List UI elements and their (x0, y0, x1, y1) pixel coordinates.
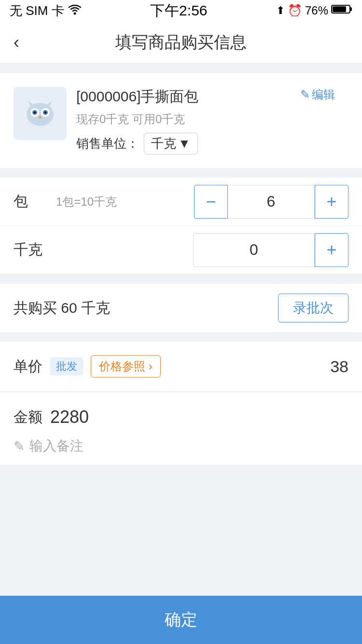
battery-icon (331, 4, 352, 17)
svg-point-0 (73, 12, 76, 14)
price-ref-button[interactable]: 价格参照 › (91, 355, 161, 378)
page-title: 填写商品购买信息 (115, 31, 247, 54)
unit-select[interactable]: 千克 ▼ (144, 133, 198, 154)
nav-bar: ‹ 填写商品购买信息 (0, 21, 362, 64)
svg-rect-2 (350, 7, 352, 11)
svg-point-9 (34, 112, 36, 113)
confirm-button-label: 确定 (165, 609, 197, 631)
product-unit-row: 销售单位： 千克 ▼ (76, 133, 348, 154)
status-bar-left: 无 SIM 卡 (10, 2, 82, 19)
kg-label: 千克 (14, 240, 52, 260)
amount-label: 金额 (14, 407, 42, 427)
price-value: 38 (330, 357, 348, 376)
bao-sublabel: 1包=10千克 (56, 194, 194, 210)
amount-row: 金额 2280 (14, 407, 348, 427)
back-button[interactable]: ‹ (14, 32, 19, 53)
alarm-icon: ⏰ (288, 4, 302, 17)
edit-icon: ✎ (300, 88, 310, 101)
price-label: 单价 (14, 357, 42, 377)
remark-placeholder: 输入备注 (29, 437, 84, 455)
product-card: ✎ 编辑 [0000006]手撕面包 现存0千克 可用0千克 销售单位： 千克 … (0, 73, 362, 168)
carrier-text: 无 SIM 卡 (10, 2, 64, 19)
unit-label: 销售单位： (76, 135, 139, 152)
remark-icon: ✎ (14, 438, 25, 454)
kg-quantity-input[interactable] (193, 233, 315, 267)
total-row: 共购买 60 千克 录批次 (0, 284, 362, 332)
bao-label: 包 (14, 192, 52, 211)
bao-minus-button[interactable]: − (194, 185, 228, 219)
svg-point-10 (44, 112, 46, 113)
dropdown-icon: ▼ (178, 136, 191, 151)
input-section: 包 1包=10千克 − + 千克 + (0, 178, 362, 274)
bao-quantity-input[interactable] (228, 185, 315, 219)
edit-button[interactable]: ✎ 编辑 (300, 87, 335, 102)
product-image (14, 87, 67, 140)
price-badge: 批发 (50, 357, 83, 376)
status-bar-right: ⬆ ⏰ 76% (276, 4, 352, 17)
kg-plus-button[interactable]: + (315, 233, 348, 267)
bao-plus-button[interactable]: + (315, 185, 348, 219)
empty-area (0, 465, 362, 523)
remark-row[interactable]: ✎ 输入备注 (14, 437, 348, 455)
total-text: 共购买 60 千克 (14, 298, 110, 318)
bao-controls: − + (194, 185, 348, 219)
kg-controls: + (193, 233, 348, 267)
product-info-wrapper: ✎ 编辑 [0000006]手撕面包 现存0千克 可用0千克 销售单位： 千克 … (76, 87, 348, 154)
status-bar-time: 下午2:56 (150, 1, 207, 21)
battery-text: 76% (305, 4, 328, 17)
amount-value: 2280 (50, 407, 89, 427)
separator1 (0, 332, 362, 342)
product-stock: 现存0千克 可用0千克 (76, 112, 348, 127)
confirm-button-bar[interactable]: 确定 (0, 596, 362, 644)
location-icon: ⬆ (276, 4, 285, 17)
bao-input-row: 包 1包=10千克 − + (0, 178, 362, 226)
wifi-icon (68, 3, 82, 18)
svg-rect-3 (333, 6, 346, 12)
batch-button[interactable]: 录批次 (278, 294, 348, 322)
amount-section: 金额 2280 ✎ 输入备注 (0, 392, 362, 465)
price-row: 单价 批发 价格参照 › 38 (0, 342, 362, 392)
svg-point-4 (27, 103, 54, 126)
status-bar: 无 SIM 卡 下午2:56 ⬆ ⏰ 76% (0, 0, 362, 21)
kg-input-row: 千克 + (0, 226, 362, 274)
